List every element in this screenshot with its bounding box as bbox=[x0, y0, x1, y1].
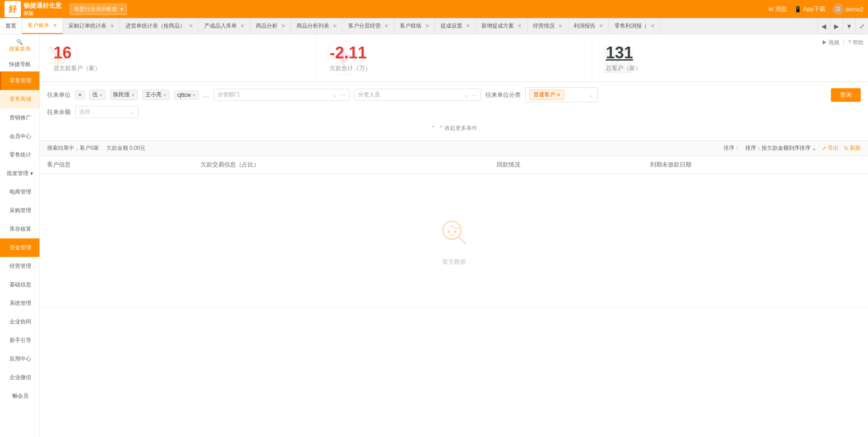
stats-row: ▶ 视频 | ? 帮助 ¥ 16 总欠款客户（家） bbox=[40, 34, 868, 82]
sidebar-item-system[interactable]: 系统管理 bbox=[0, 294, 39, 313]
department-select[interactable]: 分管部门 ⌄ ··· bbox=[214, 89, 350, 101]
filter-tag-wang: 王小亮 × bbox=[142, 90, 169, 100]
sidebar-search[interactable]: 🔍 搜索菜单 bbox=[0, 34, 39, 58]
tab-close-retail-profit[interactable]: ✕ bbox=[651, 23, 655, 29]
balance-label: 往来余额 bbox=[47, 108, 71, 116]
filter-row-1: 往来单位 × 伍 × 陈民强 × 王小亮 × bbox=[47, 87, 861, 102]
sidebar-item-cooperation[interactable]: 企业协同 bbox=[0, 313, 39, 331]
more-tags-btn[interactable]: ... bbox=[203, 91, 209, 99]
tab-profit-report[interactable]: 利润报告 ✕ bbox=[568, 18, 609, 34]
svg-point-2 bbox=[447, 230, 450, 233]
sidebar-item-member[interactable]: 会员中心 bbox=[0, 127, 39, 146]
col-due-date: 到期未放款日期 bbox=[643, 156, 868, 174]
app-download-btn[interactable]: 📱 App下载 bbox=[794, 5, 825, 13]
sidebar-item-newbie[interactable]: 新手引导 bbox=[0, 331, 39, 350]
tab-purchase-order[interactable]: 采购订单统计表 ✕ bbox=[63, 18, 120, 34]
result-bar: 搜索结果中，客户0家 欠款金额 0.00元 排序： 排序：按欠款金额到序排序 ⌄… bbox=[40, 141, 868, 156]
person-select[interactable]: 分管人员 ⌄ ··· bbox=[354, 89, 481, 101]
sidebar-item-inventory[interactable]: 库存核算 bbox=[0, 220, 39, 238]
tab-product-analysis[interactable]: 商品分析 ✕ bbox=[250, 18, 291, 34]
tab-next-btn[interactable]: ▶ bbox=[830, 18, 843, 34]
tab-product-stock[interactable]: 产成品入库单 ✕ bbox=[199, 18, 250, 34]
stat-label-total: 总客户（家） bbox=[606, 64, 854, 72]
balance-arrow-icon: ⌄ bbox=[130, 109, 134, 115]
svg-point-3 bbox=[454, 230, 456, 233]
sidebar-item-purchase[interactable]: 采购管理 bbox=[0, 201, 39, 220]
tab-close-product-analysis[interactable]: ✕ bbox=[281, 23, 285, 29]
unit-class-select[interactable]: 普通客户 × ⌄ bbox=[525, 87, 598, 102]
sidebar-item-basic[interactable]: 基础信息 bbox=[0, 276, 39, 294]
sidebar-item-member2[interactable]: 畅会员 bbox=[0, 387, 39, 405]
sidebar-item-operation[interactable]: 经营管理 bbox=[0, 257, 39, 276]
tab-close-customer-account[interactable]: ✕ bbox=[53, 23, 57, 28]
filter-tag-cjttcw: cjttcw × bbox=[174, 90, 198, 100]
tab-close-product-stock[interactable]: ✕ bbox=[240, 23, 245, 29]
sidebar-item-marketing[interactable]: 营销推广 bbox=[0, 109, 39, 127]
stat-label-customers: 总欠款客户（家） bbox=[53, 64, 302, 72]
filter-tag-wu: 伍 × bbox=[89, 90, 106, 100]
sidebar-item-retail[interactable]: 零售管理 bbox=[0, 71, 39, 90]
tab-retail-profit[interactable]: 零售利润报（ ✕ bbox=[609, 18, 661, 34]
tab-product-list[interactable]: 商品分析列表 ✕ bbox=[291, 18, 343, 34]
search-icon: 🔍 bbox=[16, 39, 23, 45]
stat-value-customers: 16 bbox=[53, 43, 302, 62]
remove-chen-tag[interactable]: × bbox=[131, 92, 134, 98]
tab-close-product-list[interactable]: ✕ bbox=[333, 23, 337, 29]
sidebar-item-retail-shop[interactable]: 零售商城 bbox=[0, 90, 39, 109]
tab-close-add-commission[interactable]: ✕ bbox=[518, 23, 522, 29]
remove-cjttcw-tag[interactable]: × bbox=[192, 92, 195, 98]
tab-fullscreen-btn[interactable]: ⤢ bbox=[855, 18, 868, 34]
query-button[interactable]: 查询 bbox=[831, 88, 861, 102]
tab-menu-btn[interactable]: ▼ bbox=[843, 18, 855, 34]
col-debt-info: 欠款交易信息（占比） bbox=[193, 156, 489, 174]
message-icon: ✉ bbox=[768, 6, 773, 13]
tab-close-operation[interactable]: ✕ bbox=[558, 23, 562, 29]
message-btn[interactable]: ✉ 消息 bbox=[768, 5, 787, 13]
avatar-img: D bbox=[833, 4, 844, 14]
tab-add-commission[interactable]: 新增提成方案 ✕ bbox=[476, 18, 528, 34]
sidebar-item-wechat[interactable]: 企业微信 bbox=[0, 368, 39, 387]
sidebar-quick-nav[interactable]: 快捷导航 bbox=[0, 58, 39, 71]
tab-bar: 首页 客户账本 ✕ 采购订单统计表 ✕ 进货单统计表（按商品） ✕ 产成品入库单… bbox=[0, 18, 868, 34]
tab-close-purchase-stat[interactable]: ✕ bbox=[189, 23, 193, 29]
tab-prev-btn[interactable]: ◀ bbox=[817, 18, 830, 34]
tab-operation[interactable]: 经营情况 ✕ bbox=[528, 18, 568, 34]
unit-class-label: 往来单位分类 bbox=[485, 91, 521, 99]
sidebar-item-app-center[interactable]: 应用中心 bbox=[0, 350, 39, 368]
collapse-bar[interactable]: ⌃ ⌃ 收起更多条件 bbox=[47, 122, 861, 135]
tab-close-customer-contact[interactable]: ✕ bbox=[425, 23, 429, 29]
svg-line-1 bbox=[459, 237, 465, 244]
sort-btn[interactable]: 排序：按欠款金额到序排序 ⌄ bbox=[745, 144, 816, 152]
edition-dropdown[interactable]: 母婴行业演示帐套 ▼ bbox=[70, 4, 127, 15]
sidebar-item-retail-stat[interactable]: 零售统计 bbox=[0, 146, 39, 164]
user-avatar[interactable]: D demo2 bbox=[833, 4, 863, 14]
tab-customer-layer[interactable]: 客户分层经营 ✕ bbox=[343, 18, 394, 34]
tab-close-customer-layer[interactable]: ✕ bbox=[384, 23, 388, 29]
remove-unit-class-tag[interactable]: × bbox=[557, 92, 560, 98]
refresh-btn[interactable]: ↻ 刷新 bbox=[844, 144, 861, 152]
remove-wang-tag[interactable]: × bbox=[163, 92, 166, 98]
tab-customer-account[interactable]: 客户账本 ✕ bbox=[22, 18, 63, 34]
result-bar-right: 排序： 排序：按欠款金额到序排序 ⌄ ↗ 导出 ↻ 刷新 bbox=[724, 144, 861, 152]
sidebar-item-wholesale[interactable]: 批发管理 ▼ bbox=[0, 164, 39, 183]
sidebar-item-finance[interactable]: 资金管理 bbox=[0, 238, 39, 257]
balance-select[interactable]: 选择... ⌄ bbox=[75, 106, 139, 118]
tab-close-purchase-order[interactable]: ✕ bbox=[110, 23, 114, 29]
tab-commission-setting[interactable]: 提成设置 ✕ bbox=[435, 18, 476, 34]
tab-customer-contact[interactable]: 客户联络 ✕ bbox=[394, 18, 435, 34]
remove-wu-tag[interactable]: × bbox=[100, 92, 102, 98]
stat-block-customers: ¥ 16 总欠款客户（家） bbox=[40, 34, 316, 81]
filter-row-2: 往来余额 选择... ⌄ bbox=[47, 106, 861, 118]
tab-close-profit-report[interactable]: ✕ bbox=[599, 23, 603, 29]
export-btn[interactable]: ↗ 导出 bbox=[822, 144, 839, 152]
logo-area: 好 畅捷通好生意 标版 bbox=[5, 1, 62, 17]
stat-block-total: 🏢 131 总客户（家） bbox=[592, 34, 868, 81]
refresh-icon: ↻ bbox=[844, 145, 849, 152]
tab-purchase-stat[interactable]: 进货单统计表（按商品） ✕ bbox=[120, 18, 199, 34]
tab-close-commission-setting[interactable]: ✕ bbox=[466, 23, 470, 29]
tab-bar-right: ◀ ▶ ▼ ⤢ bbox=[817, 18, 868, 34]
tab-home[interactable]: 首页 bbox=[0, 18, 22, 34]
empty-cell: 暂无数据 bbox=[40, 174, 868, 307]
stat-value-debt: -2.11 bbox=[330, 43, 578, 62]
sidebar-item-ecommerce[interactable]: 电商管理 bbox=[0, 183, 39, 201]
